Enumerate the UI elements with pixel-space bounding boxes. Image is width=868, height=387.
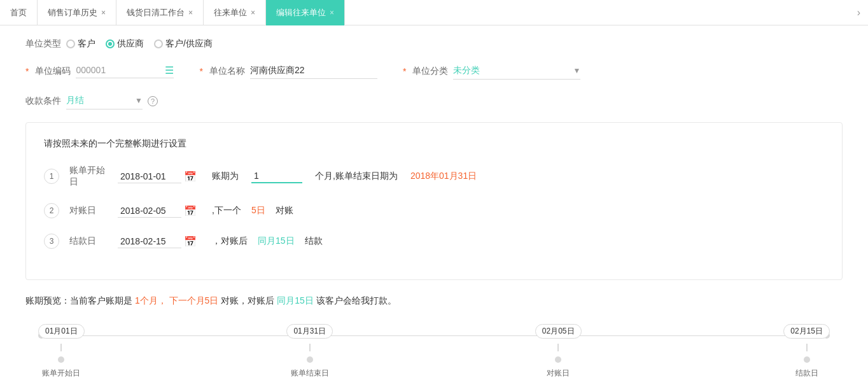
row2-highlight: 5日 (251, 205, 265, 216)
radio-customer-label: 客户 (78, 38, 95, 50)
timeline-points: 01月01日 账单开始日 01月31日 账单结束日 02月05日 对账日 02月… (38, 324, 830, 379)
timeline-point-2: 02月05日 对账日 (535, 324, 582, 379)
step-num-1: 1 (44, 169, 59, 184)
point-connector-1 (309, 344, 311, 351)
point-label-2: 对账日 (547, 368, 570, 379)
tab-edit-partner[interactable]: 编辑往来单位 × (266, 0, 345, 25)
main-content: 单位类型 客户 供应商 客户/供应商 * 单位编码 (0, 25, 868, 387)
preview-p1: 1个月， (135, 295, 167, 306)
unit-type-row: 单位类型 客户 供应商 客户/供应商 (25, 38, 843, 50)
point-dot-0 (58, 356, 64, 363)
point-bubble-2: 02月05日 (535, 324, 582, 339)
point-bubble-0: 01月01日 (38, 324, 85, 339)
tab-edit-partner-close[interactable]: × (330, 8, 334, 17)
unit-code-field: * 单位编码 ☰ (25, 64, 174, 78)
date-input-wrap-1: 📅 (118, 170, 197, 183)
point-dot-3 (804, 356, 810, 363)
unit-code-input[interactable] (76, 65, 165, 75)
row3-highlight: 同月15日 (258, 236, 295, 247)
date-input-1[interactable] (118, 170, 181, 183)
unit-info-row: * 单位编码 ☰ * 单位名称 * 单位分类 未分类 ▼ (25, 62, 843, 80)
step-label-1: 账单开始日 (69, 165, 108, 188)
calendar-icon-3[interactable]: 📅 (184, 236, 197, 248)
point-connector-2 (557, 344, 559, 351)
preview-middle: 对账，对账后 (221, 295, 274, 306)
payment-value: 月结 (66, 95, 135, 106)
unit-type-field: 单位类型 客户 供应商 客户/供应商 (25, 38, 213, 50)
period-input[interactable] (251, 169, 302, 183)
point-dot-1 (307, 356, 313, 363)
unit-code-icon[interactable]: ☰ (165, 64, 174, 76)
timeline-point-1: 01月31日 账单结束日 (286, 324, 333, 379)
unit-type-radio-group: 客户 供应商 客户/供应商 (66, 38, 213, 50)
unit-type-label: 单位类型 (25, 38, 61, 50)
point-label-0: 账单开始日 (42, 368, 80, 379)
unit-code-label: 单位编码 (35, 66, 71, 77)
timeline-row-1: 1 账单开始日 📅 账期为 个月,账单结束日期为 2018年01月31日 (44, 165, 824, 188)
card-title: 请按照未来的一个完整帐期进行设置 (44, 138, 824, 150)
timeline-point-0: 01月01日 账单开始日 (38, 324, 85, 379)
tab-partner-unit-close[interactable]: × (251, 8, 255, 17)
point-bubble-3: 02月15日 (783, 324, 830, 339)
radio-supplier[interactable]: 供应商 (106, 38, 144, 50)
unit-code-required: * (25, 66, 29, 76)
unit-name-input[interactable] (250, 63, 377, 79)
date-input-3[interactable] (118, 235, 181, 248)
point-connector-3 (806, 344, 808, 351)
radio-both[interactable]: 客户/供应商 (154, 38, 213, 50)
calendar-icon-2[interactable]: 📅 (184, 205, 197, 217)
tab-sales-history-label: 销售订单历史 (48, 7, 97, 18)
date-input-wrap-3: 📅 (118, 235, 197, 248)
step-num-2: 2 (44, 203, 59, 218)
tab-bar: 首页 销售订单历史 × 钱货日清工作台 × 往来单位 × 编辑往来单位 × › (0, 0, 868, 25)
tab-sales-history-close[interactable]: × (101, 8, 106, 17)
point-bubble-1: 01月31日 (286, 324, 333, 339)
unit-class-required: * (403, 66, 406, 76)
calendar-icon-1[interactable]: 📅 (184, 171, 197, 183)
unit-class-label: 单位分类 (412, 66, 448, 77)
settings-card: 请按照未来的一个完整帐期进行设置 1 账单开始日 📅 账期为 个月,账单结束日期… (25, 122, 843, 280)
point-label-3: 结款日 (795, 368, 818, 379)
radio-both-label: 客户/供应商 (165, 38, 213, 50)
radio-both-circle (154, 39, 163, 48)
tab-more-button[interactable]: › (850, 7, 868, 18)
point-dot-2 (555, 356, 561, 363)
unit-class-field: * 单位分类 未分类 ▼ (403, 62, 580, 80)
tab-partner-unit-label: 往来单位 (214, 7, 247, 18)
timeline-visual-container: 01月01日 账单开始日 01月31日 账单结束日 02月05日 对账日 02月… (25, 324, 843, 379)
unit-class-value: 未分类 (453, 65, 573, 76)
timeline-row-2: 2 对账日 📅 ,下一个 5日 对账 (44, 203, 824, 218)
tab-partner-unit[interactable]: 往来单位 × (204, 0, 266, 25)
row2-prefix: ,下一个 (212, 205, 241, 216)
step-label-2: 对账日 (69, 205, 108, 216)
radio-customer-circle (66, 39, 75, 48)
step-label-3: 结款日 (69, 236, 108, 247)
step-num-3: 3 (44, 234, 59, 249)
preview-p2: 下一个月5日 (169, 295, 219, 306)
preview-prefix: 账期预览：当前客户账期是 (25, 295, 132, 306)
row3-suffix: 结款 (305, 236, 323, 247)
payment-help-icon[interactable]: ? (148, 96, 158, 106)
tab-sales-history[interactable]: 销售订单历史 × (38, 0, 116, 25)
tab-home[interactable]: 首页 (0, 0, 38, 25)
preview-p3: 同月15日 (277, 295, 314, 306)
unit-code-input-wrap: ☰ (76, 64, 174, 78)
unit-name-required: * (199, 66, 202, 76)
radio-supplier-label: 供应商 (117, 38, 144, 50)
row2-suffix: 对账 (276, 205, 293, 216)
unit-class-arrow: ▼ (573, 66, 580, 75)
date-input-wrap-2: 📅 (118, 204, 197, 218)
period-suffix: 个月,账单结束日期为 (315, 171, 398, 182)
tab-cash-work-close[interactable]: × (188, 8, 193, 17)
end-date-value: 2018年01月31日 (410, 171, 477, 182)
unit-class-select[interactable]: 未分类 ▼ (453, 62, 580, 80)
preview-suffix: 该客户会给我打款。 (316, 295, 396, 306)
timeline-point-3: 02月15日 结款日 (783, 324, 830, 379)
payment-row: 收款条件 月结 ▼ ? (25, 92, 843, 109)
tab-edit-partner-label: 编辑往来单位 (276, 7, 326, 18)
unit-name-label: 单位名称 (209, 66, 245, 77)
date-input-2[interactable] (118, 204, 181, 218)
tab-cash-work[interactable]: 钱货日清工作台 × (116, 0, 204, 25)
payment-select[interactable]: 月结 ▼ (66, 92, 143, 109)
radio-customer[interactable]: 客户 (66, 38, 95, 50)
